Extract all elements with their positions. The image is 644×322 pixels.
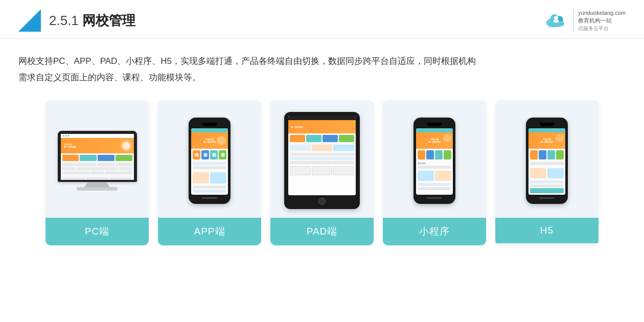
card-miniprogram-image: 引进人的第一堂好课程 推荐课程 — [383, 100, 486, 218]
card-h5-label: H5 — [495, 218, 599, 243]
svg-point-6 — [554, 16, 558, 20]
header-left: 2.5.1 网校管理 — [18, 9, 135, 32]
card-app-label: APP端 — [158, 218, 261, 245]
card-h5-image: 引进人的第一堂好课程 — [495, 100, 599, 218]
card-app: 引进人的第一堂好课程 — [158, 100, 261, 245]
card-miniprogram-label: 小程序 — [383, 218, 486, 245]
brand-tagline2: 式服务云平台 — [578, 25, 609, 32]
card-miniprogram: 引进人的第一堂好课程 推荐课程 — [383, 100, 486, 245]
app-phone-icon: 引进人的第一堂好课程 — [189, 118, 231, 204]
device-cards-area: 引进人的第一堂好课程 — [0, 95, 644, 256]
brand-logo: yunduoketang.com 教育机构一站 式服务云平台 — [544, 9, 626, 32]
pc-monitor-icon: 引进人的第一堂好课程 — [58, 131, 137, 191]
description-area: 网校支持PC、APP、PAD、小程序、H5，实现多端打通，产品各终端自由切换，数… — [0, 39, 644, 96]
cloud-icon — [544, 11, 568, 30]
pad-tablet-icon: 第一堂好课程 — [284, 112, 360, 209]
svg-point-7 — [553, 20, 559, 23]
description-text: 网校支持PC、APP、PAD、小程序、H5，实现多端打通，产品各终端自由切换，数… — [18, 53, 626, 86]
card-app-image: 引进人的第一堂好课程 — [158, 100, 261, 218]
brand-tagline1: 教育机构一站 — [578, 17, 612, 25]
page-header: 2.5.1 网校管理 yunduoketang.com 教育机构一站 式服务云平… — [0, 0, 644, 39]
card-pad-label: PAD端 — [270, 218, 374, 245]
brand-site: yunduoketang.com — [578, 9, 626, 17]
brand-area: yunduoketang.com 教育机构一站 式服务云平台 — [544, 9, 626, 32]
page-title: 2.5.1 网校管理 — [49, 12, 135, 30]
card-h5: 引进人的第一堂好课程 — [495, 100, 599, 245]
card-pc: 引进人的第一堂好课程 — [45, 100, 149, 245]
card-pad: 第一堂好课程 — [270, 100, 374, 245]
h5-phone-icon: 引进人的第一堂好课程 — [526, 118, 568, 204]
card-pad-image: 第一堂好课程 — [270, 100, 374, 218]
card-pc-image: 引进人的第一堂好课程 — [45, 100, 149, 218]
brand-text-area: yunduoketang.com 教育机构一站 式服务云平台 — [573, 9, 626, 32]
miniprogram-phone-icon: 引进人的第一堂好课程 推荐课程 — [413, 118, 455, 204]
card-pc-label: PC端 — [45, 218, 149, 245]
logo-triangle-icon — [18, 9, 41, 32]
